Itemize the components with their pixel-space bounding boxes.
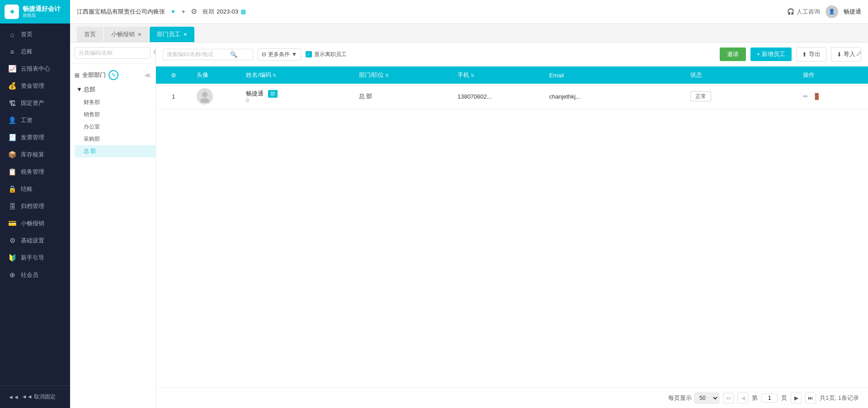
- topbar-settings-icon[interactable]: ⚙: [191, 7, 197, 16]
- col-phone[interactable]: 手机: [452, 66, 544, 84]
- sidebar-item-expense[interactable]: 💳 小畅报销: [0, 215, 70, 232]
- sidebar-item-label: 小畅报销: [21, 219, 44, 228]
- sidebar-item-more[interactable]: ⊕ 社会员: [0, 266, 70, 284]
- assets-icon: 🏗: [8, 100, 16, 107]
- employee-search-icon[interactable]: 🔍: [230, 51, 237, 58]
- invite-button[interactable]: 邀请: [720, 47, 746, 61]
- page-last-button[interactable]: ⏭: [805, 393, 816, 403]
- dept-edit-badge[interactable]: ✎: [108, 70, 118, 80]
- calendar-icon[interactable]: ▦: [241, 8, 246, 15]
- per-page-select[interactable]: 50 20 100: [694, 393, 719, 403]
- guide-icon: 🔰: [8, 254, 16, 262]
- filter-label: 更多条件: [268, 51, 290, 58]
- row-name-cell: 畅捷通 部 0: [241, 84, 354, 109]
- dept-search-input[interactable]: [75, 47, 151, 59]
- company-dropdown-icon[interactable]: ▼: [170, 9, 176, 15]
- employee-search-bar: 🔍: [163, 49, 253, 60]
- department-panel: 🔍 ⊞ 全部部门 ✎ ≪ ▼ 总部 财务部 销售部 办公室 采购部 总 部: [70, 43, 156, 408]
- sidebar-item-ledger[interactable]: ≡ 总账: [0, 43, 70, 60]
- pagination-bar: 每页显示 50 20 100 ⏮ ◀ 第 页 ▶ ⏭ 共1页, 1条记录: [156, 387, 868, 408]
- human-service-button[interactable]: 🎧 人工咨询: [787, 8, 820, 16]
- sidebar-item-assets[interactable]: 🏗 固定资产: [0, 95, 70, 112]
- row-index: 1: [156, 84, 191, 109]
- col-email: Email: [544, 66, 685, 84]
- edit-icon[interactable]: ✏: [803, 93, 808, 100]
- employee-search-input[interactable]: [167, 51, 230, 57]
- sidebar-bottom: ◄◄ ◄◄ 取消固定: [0, 385, 70, 408]
- export-label: 导出: [809, 50, 821, 58]
- employee-toolbar: 🔍 ⊟ 更多条件 ▼ ✓ 显示离职员工 邀请 + 新增员工 ⬆ 导出: [156, 43, 868, 66]
- tab-expense-close[interactable]: ✕: [137, 32, 142, 38]
- period-label: 账期: [203, 8, 214, 16]
- sidebar-item-close-books[interactable]: 🔒 结账: [0, 180, 70, 198]
- content-area: 🔍 ⊞ 全部部门 ✎ ≪ ▼ 总部 财务部 销售部 办公室 采购部 总 部: [70, 43, 868, 408]
- sidebar-item-payroll[interactable]: 👤 工资: [0, 112, 70, 129]
- more-filter-button[interactable]: ⊟ 更多条件 ▼: [258, 48, 301, 61]
- app-logo: ✦ 畅捷通好会计 旗舰版: [0, 0, 70, 24]
- close-books-icon: 🔒: [8, 185, 16, 193]
- delete-icon[interactable]: 🚪: [813, 93, 821, 100]
- inventory-icon: 📦: [8, 151, 16, 159]
- tab-dept-employee[interactable]: 部门员工 ✕: [150, 27, 194, 42]
- dept-group-headquarters[interactable]: ▼ 总部: [70, 83, 156, 96]
- dept-item-finance[interactable]: 财务部: [75, 96, 156, 109]
- tab-dept-employee-close[interactable]: ✕: [183, 32, 187, 38]
- sidebar-item-guide[interactable]: 🔰 新手引导: [0, 249, 70, 266]
- sidebar-item-label: 固定资产: [21, 99, 44, 107]
- show-resigned-toggle[interactable]: ✓ 显示离职员工: [306, 51, 347, 58]
- page-number-input[interactable]: [761, 394, 778, 403]
- filter-chevron-icon: ▼: [292, 51, 297, 57]
- dept-item-office[interactable]: 办公室: [75, 121, 156, 133]
- action-icons-group: ✏ 🚪: [803, 93, 863, 100]
- row-phone-cell: 138070602...: [452, 84, 544, 109]
- tab-expense[interactable]: 小畅报销 ✕: [104, 27, 149, 42]
- dept-item-general[interactable]: 总 部: [75, 145, 156, 157]
- close-window-button[interactable]: ✕: [841, 48, 851, 58]
- dept-collapse-icon[interactable]: ≪: [145, 72, 151, 79]
- employee-dept-badge: 部: [268, 90, 278, 98]
- employee-dept: 总 部: [359, 93, 373, 100]
- page-next-button[interactable]: ▶: [791, 393, 802, 403]
- sidebar-item-funds[interactable]: 💰 资金管理: [0, 77, 70, 95]
- add-company-icon[interactable]: +: [181, 8, 185, 16]
- sidebar-item-archive[interactable]: 🗄 归档管理: [0, 198, 70, 215]
- archive-icon: 🗄: [8, 203, 16, 210]
- cancel-pin-button[interactable]: ◄◄ ◄◄ 取消固定: [5, 390, 66, 403]
- sidebar-item-label: 资金管理: [21, 82, 44, 90]
- period-value: 2023-03: [217, 8, 238, 15]
- payroll-icon: 👤: [8, 116, 16, 124]
- export-button[interactable]: ⬆ 导出: [796, 47, 826, 62]
- employee-name: 畅捷通: [246, 90, 264, 98]
- show-resigned-label: 显示离职员工: [314, 51, 347, 58]
- sidebar-item-label: 税务管理: [21, 168, 44, 176]
- main-area: 江西服宝精品有限责任公司内账张 ▼ + ⚙ 账期 2023-03 ▦ 🎧 人工咨…: [70, 0, 868, 408]
- sidebar-item-home[interactable]: ⌂ 首页: [0, 26, 70, 43]
- col-name[interactable]: 姓名/编码: [241, 66, 354, 84]
- sidebar-item-label: 总账: [21, 47, 33, 56]
- tab-home[interactable]: 首页: [77, 27, 103, 42]
- sidebar-item-tax[interactable]: 📋 税务管理: [0, 163, 70, 180]
- headphone-icon: 🎧: [787, 8, 794, 15]
- all-departments-item[interactable]: ⊞ 全部部门 ✎ ≪: [70, 67, 156, 83]
- sidebar-item-settings[interactable]: ⚙ 基础设置: [0, 232, 70, 249]
- sidebar-item-reports[interactable]: 📈 云报表中心: [0, 60, 70, 77]
- home-icon: ⌂: [8, 31, 16, 38]
- col-dept[interactable]: 部门/职位: [354, 66, 452, 84]
- page-prev-button[interactable]: ◀: [737, 393, 748, 403]
- tab-expense-label: 小畅报销: [111, 30, 135, 38]
- dept-item-purchase[interactable]: 采购部: [75, 133, 156, 145]
- expand-window-button[interactable]: ⤢: [854, 48, 863, 58]
- employee-avatar: [197, 88, 213, 104]
- page-first-button[interactable]: ⏮: [723, 393, 734, 403]
- col-gear[interactable]: ⚙: [156, 66, 191, 84]
- show-resigned-checkbox[interactable]: ✓: [306, 51, 312, 57]
- app-edition: 旗舰版: [23, 12, 61, 19]
- employee-status-badge: 正常: [690, 91, 711, 101]
- row-avatar-cell: [191, 84, 241, 109]
- sidebar-item-invoice[interactable]: 🧾 发票管理: [0, 129, 70, 146]
- sidebar-item-inventory[interactable]: 📦 库存核算: [0, 146, 70, 163]
- svg-point-0: [202, 92, 208, 97]
- per-page-group: 每页显示 50 20 100: [668, 393, 719, 403]
- add-employee-button[interactable]: + 新增员工: [750, 47, 792, 61]
- dept-item-sales[interactable]: 销售部: [75, 109, 156, 121]
